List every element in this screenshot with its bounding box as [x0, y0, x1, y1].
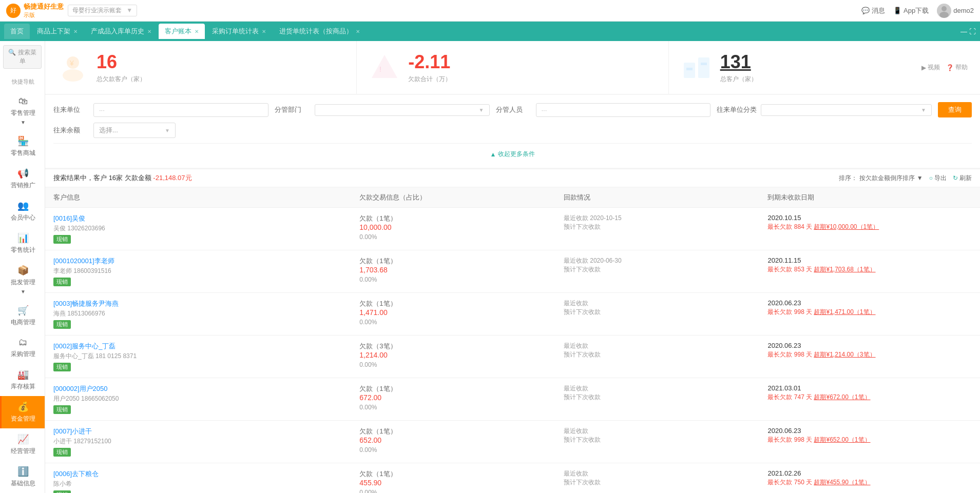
tab-home[interactable]: 首页 — [4, 24, 30, 39]
debt-amount-link[interactable]: 1,703.68 — [359, 266, 564, 274]
customer-tag: 现销 — [53, 405, 71, 414]
customer-phone: 吴俊 13026203696 — [53, 224, 359, 233]
recent-collect: 最近收款 2020-10-15 — [564, 214, 768, 223]
debt-amount-link[interactable]: 672.00 — [359, 393, 564, 402]
user-avatar[interactable]: demo2 — [937, 4, 974, 18]
refresh-btn[interactable]: ↻ 刷新 — [953, 174, 972, 183]
overdue-link[interactable]: 超期¥652.00（1笔） — [814, 436, 870, 443]
message-btn[interactable]: 💬 消息 — [861, 6, 885, 15]
overdue-link[interactable]: 超期¥1,471.00（1笔） — [814, 308, 875, 315]
customer-tag: 现销 — [53, 278, 71, 286]
debt-amount-link[interactable]: 10,000.00 — [359, 223, 564, 231]
tab-customer-account[interactable]: 客户账本 ✕ — [159, 24, 205, 39]
customer-phone: 小进干 18279152100 — [53, 437, 359, 446]
search-icon: 🔍 — [8, 49, 16, 56]
next-collect: 预计下次收款 — [564, 478, 768, 487]
next-collect: 预计下次收款 — [564, 436, 768, 444]
col-debt-info: 欠款交易信息（占比） — [359, 193, 564, 202]
overdue-link[interactable]: 超期¥1,703.68（1笔） — [814, 266, 875, 273]
sidebar-item-ecommerce[interactable]: 🛒 电商管理 — [0, 300, 45, 332]
recent-collect: 最近收款 — [564, 342, 768, 350]
balance-select[interactable]: 选择... ▼ — [93, 123, 176, 138]
sidebar-item-batch-mgmt[interactable]: 📦 批发管理 ▼ — [0, 260, 45, 300]
filter-row-2: 往来余额 选择... ▼ — [53, 123, 972, 138]
view-video-btn[interactable]: ▶ 视频 — [921, 63, 940, 72]
search-button[interactable]: 查询 — [938, 102, 972, 117]
app-download-btn[interactable]: 📱 App下载 — [893, 6, 929, 15]
sidebar-item-inventory[interactable]: 🏭 库存核算 — [0, 364, 45, 396]
logo-icon: 好 — [6, 4, 21, 18]
svg-text:¥: ¥ — [69, 59, 74, 67]
customer-phone: 李老师 18600391516 — [53, 267, 359, 275]
help-btn[interactable]: ❓ 帮助 — [946, 63, 968, 72]
export-icon: ○ — [929, 174, 933, 182]
batch-mgmt-icon: 📦 — [17, 265, 29, 276]
overdue-link[interactable]: 超期¥1,214.00（3笔） — [814, 351, 875, 358]
debt-amount-link[interactable]: 1,471.00 — [359, 308, 564, 317]
customer-name-link[interactable]: [0016]吴俊 — [53, 214, 85, 222]
due-date-col: 2020.06.23 最长欠款 998 天 超期¥1,214.00（3笔） — [767, 342, 972, 359]
member-icon: 👥 — [17, 200, 29, 211]
overdue-link[interactable]: 超期¥10,000.00（1笔） — [814, 223, 879, 230]
sidebar-item-retail-stats[interactable]: 📊 零售统计 — [0, 227, 45, 260]
due-date-col: 2020.10.15 最长欠款 884 天 超期¥10,000.00（1笔） — [767, 214, 972, 231]
person-input[interactable]: ··· — [536, 103, 711, 117]
debt-percent: 0.00% — [359, 276, 564, 283]
tab-purchase-order[interactable]: 采购订单统计表 ✕ — [206, 24, 272, 39]
tab-inbound-stats[interactable]: 进货单统计表（按商品） ✕ — [273, 24, 366, 39]
tab-maximize-icon[interactable]: ⛶ — [969, 28, 976, 35]
mobile-icon: 📱 — [893, 7, 901, 14]
debt-amount-link[interactable]: 455.90 — [359, 479, 564, 487]
tab-close-purchase-order[interactable]: ✕ — [262, 29, 266, 34]
from-unit-input[interactable]: ··· — [93, 103, 268, 117]
customer-name-link[interactable]: [0001020001]李老师 — [53, 257, 114, 265]
tab-close-customer-account[interactable]: ✕ — [195, 29, 199, 34]
sidebar-item-retail-mgmt[interactable]: 🛍 零售管理 ▼ — [0, 91, 45, 130]
unit-category-select[interactable]: ▼ — [761, 104, 932, 116]
table-row: [0003]畅捷服务尹海燕 海燕 18513066976 现销 欠款（1笔） 1… — [45, 293, 980, 336]
company-selector[interactable]: 母婴行业演示账套 ▼ — [68, 5, 137, 16]
results-bar: 搜索结果中，客户 16家 欠款金额 -21,148.07元 排序： 按欠款金额倒… — [45, 169, 980, 187]
dept-select[interactable]: ▼ — [315, 104, 490, 116]
sidebar-item-basic-info[interactable]: ℹ️ 基础信息 — [0, 461, 45, 493]
table-area: 客户信息 欠款交易信息（占比） 回款情况 到期未收款日期 [0016]吴俊 吴俊… — [45, 188, 980, 493]
sidebar-item-marketing[interactable]: 📢 营销推广 — [0, 163, 45, 195]
sidebar-item-retail-mall[interactable]: 🏪 零售商城 — [0, 130, 45, 163]
sidebar-item-finance[interactable]: 💰 资金管理 — [0, 396, 45, 428]
customer-tag: 现销 — [53, 448, 71, 457]
sidebar-search-btn[interactable]: 🔍 搜索菜单 — [3, 45, 42, 69]
customer-name-link[interactable]: [000002]用户2050 — [53, 385, 108, 392]
customer-name-link[interactable]: [0002]服务中心_丁磊 — [53, 342, 116, 350]
debt-customers-icon: ¥ — [57, 52, 88, 83]
help-icon: ❓ — [946, 64, 954, 71]
purchase-mgmt-icon: 🗂 — [18, 337, 28, 348]
debt-amount-link[interactable]: 1,214.00 — [359, 351, 564, 359]
tab-close-production-history[interactable]: ✕ — [147, 29, 151, 34]
debt-percent: 0.00% — [359, 361, 564, 368]
total-customers-icon — [681, 52, 712, 83]
sidebar-item-ops-mgmt[interactable]: 📈 经营管理 — [0, 428, 45, 461]
debt-amount-link[interactable]: 652.00 — [359, 436, 564, 444]
tab-production-history[interactable]: 产成品入库单历史 ✕ — [85, 24, 158, 39]
stat-info-debt-amount: -2.11 欠款合计（万） — [408, 51, 451, 84]
from-unit-label: 往来单位 — [53, 105, 89, 114]
tab-product-off[interactable]: 商品上下架 ✕ — [31, 24, 84, 39]
customer-name-link[interactable]: [0007]小进干 — [53, 427, 92, 435]
export-btn[interactable]: ○ 导出 — [929, 174, 947, 183]
sidebar-item-member[interactable]: 👥 会员中心 — [0, 195, 45, 227]
tab-close-inbound-stats[interactable]: ✕ — [356, 29, 360, 34]
collapse-filter-btn[interactable]: ▲ 收起更多条件 — [488, 148, 537, 161]
customer-name-link[interactable]: [0003]畅捷服务尹海燕 — [53, 300, 119, 307]
overdue-link[interactable]: 超期¥672.00（1笔） — [814, 393, 870, 401]
sidebar-item-quick-nav: 快捷导航 — [0, 73, 45, 91]
overdue-link[interactable]: 超期¥455.90（1笔） — [814, 479, 870, 486]
customer-name-link[interactable]: [0006]去下粮仓 — [53, 470, 99, 478]
payment-info-col: 最近收款 预计下次收款 — [564, 299, 768, 317]
sort-selector[interactable]: 排序： 按欠款金额倒序排序 ▼ — [839, 174, 923, 183]
tab-minimize-icon[interactable]: — — [960, 28, 967, 35]
customer-phone: 陈小希 — [53, 480, 359, 488]
tab-close-product-off[interactable]: ✕ — [73, 29, 78, 34]
due-date-col: 2021.02.26 最长欠款 750 天 超期¥455.90（1笔） — [767, 469, 972, 487]
message-icon: 💬 — [861, 7, 870, 14]
sidebar-item-purchase-mgmt[interactable]: 🗂 采购管理 — [0, 332, 45, 364]
